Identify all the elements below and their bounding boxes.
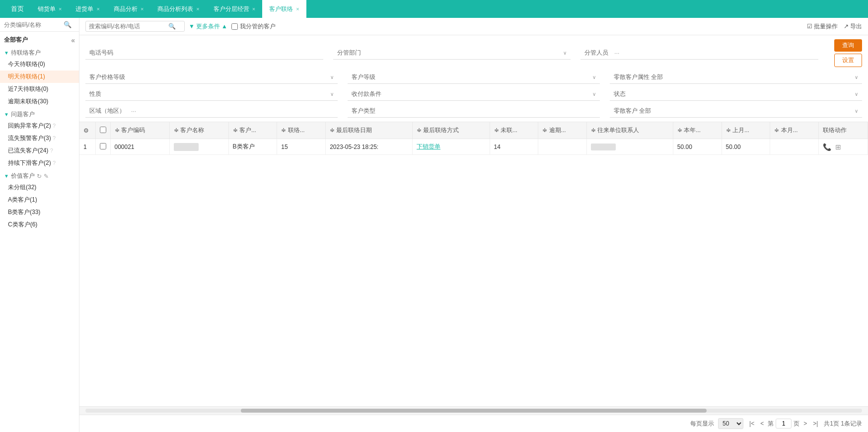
my-customers-checkbox[interactable] (231, 23, 238, 30)
sidebar-search-area: 🔍 (0, 18, 79, 32)
prev-page-btn[interactable]: < (758, 419, 766, 428)
nav-product-analysis[interactable]: 商品分析 × (107, 0, 150, 18)
sidebar-item-repurchase-abnormal[interactable]: 回购异常客户(2) ? (0, 120, 79, 132)
last-page-btn[interactable]: >| (811, 419, 820, 428)
qr-icon[interactable]: ⊞ (835, 143, 841, 151)
col-this-year[interactable]: ≑ 本年... (673, 122, 722, 139)
sidebar-item-churn-warning[interactable]: 流失预警客户(3) ? (0, 132, 79, 144)
row-num: 1 (79, 139, 95, 155)
col-name[interactable]: ≑ 客户名称 (169, 122, 228, 139)
row-contact-person (587, 139, 673, 155)
close-icon[interactable]: × (296, 6, 299, 12)
my-customers-checkbox-label[interactable]: 我分管的客户 (231, 22, 276, 31)
close-icon[interactable]: × (141, 6, 144, 12)
sidebar-item-class-c[interactable]: C类客户(6) (0, 218, 79, 231)
sidebar-item-class-a[interactable]: A类客户(1) (0, 194, 79, 206)
col-last-month[interactable]: ≑ 上月... (722, 122, 770, 139)
col-checkbox[interactable] (95, 122, 110, 139)
arrow-icon: ▼ (4, 173, 9, 179)
filter-nature[interactable]: 性质 ∨ (85, 88, 338, 101)
col-last-contact-date[interactable]: ≑ 最后联络日期 (326, 122, 413, 139)
filter-payment-terms[interactable]: 收付款条件 ∨ (348, 88, 600, 101)
col-settings[interactable]: ⚙ (79, 122, 95, 139)
chevron-down-icon: ∨ (330, 74, 334, 80)
sidebar-item-overdue-contact[interactable]: 逾期未联络(30) (0, 95, 79, 108)
sidebar-search-input[interactable] (4, 21, 64, 28)
col-customer-type[interactable]: ≑ 客户... (228, 122, 277, 139)
filter-status[interactable]: 状态 ∨ (610, 88, 862, 101)
table-container: ⚙ ≑ 客户编码 ≑ 客户名称 ≑ 客户... ≑ 联络... ≑ 最后联络日期… (79, 122, 868, 406)
checkbox-icon: ☑ (807, 23, 812, 30)
group-value-customers[interactable]: ▼ 价值客户 ↻ ✎ (0, 169, 79, 181)
col-this-month[interactable]: ≑ 本月... (770, 122, 819, 139)
filter-phone-input[interactable] (117, 50, 319, 57)
chevron-down-icon: ∨ (330, 91, 334, 97)
close-icon[interactable]: × (59, 6, 62, 12)
filter-price-level[interactable]: 客户价格等级 ∨ (85, 71, 338, 84)
ellipsis-icon[interactable]: ··· (614, 50, 619, 57)
table-scrollbar[interactable] (79, 406, 868, 415)
filter-panel: 电话号码 分管部门 ∨ 分管人员 ··· 查询 设置 (79, 35, 868, 122)
per-page-select[interactable]: 50 20 100 (718, 418, 743, 429)
col-contact-count[interactable]: ≑ 联络... (277, 122, 326, 139)
col-contact-person[interactable]: ≑ 往来单位联系人 (587, 122, 673, 139)
select-all-checkbox[interactable] (100, 127, 106, 133)
ellipsis-icon[interactable]: ··· (131, 108, 136, 115)
col-last-contact-method[interactable]: ≑ 最后联络方式 (413, 122, 490, 139)
filter-row-4: 区域（地区） ··· 客户类型 零散客户 全部 ∨ (85, 105, 862, 118)
group-problem-customers[interactable]: ▼ 问题客户 (0, 108, 79, 120)
search-icon[interactable]: 🔍 (168, 23, 176, 30)
search-icon[interactable]: 🔍 (64, 21, 72, 28)
edit-icon[interactable]: ✎ (44, 173, 49, 180)
chevron-down-icon: ∨ (592, 74, 596, 80)
nav-product-analysis-list[interactable]: 商品分析列表 × (150, 0, 206, 18)
col-overdue[interactable]: ≑ 逾期... (538, 122, 587, 139)
filter-customer-level[interactable]: 客户等级 ∨ (348, 71, 600, 84)
row-this-year: 50.00 (673, 139, 722, 155)
nav-customer-layering[interactable]: 客户分层经营 × (207, 0, 262, 18)
nav-sales-order[interactable]: 销货单 × (31, 0, 69, 18)
sidebar-item-7days-contact[interactable]: 近7天待联络(0) (0, 83, 79, 95)
main-search-input[interactable] (89, 23, 168, 30)
col-code[interactable]: ≑ 客户编码 (110, 122, 169, 139)
footer: 每页显示 50 20 100 |< < 第 页 > >| 共1页 1条记录 (79, 415, 868, 432)
batch-op-btn[interactable]: ☑ 批量操作 (807, 22, 838, 31)
collapse-icon[interactable]: « (71, 36, 75, 44)
row-un-contact: 14 (490, 139, 538, 155)
refresh-icon[interactable]: ↻ (37, 173, 42, 180)
row-checkbox[interactable] (100, 143, 106, 149)
first-page-btn[interactable]: |< (747, 419, 756, 428)
col-actions: 联络动作 (819, 122, 868, 139)
nav-home[interactable]: 首页 (4, 0, 31, 18)
col-un-contact[interactable]: ≑ 未联... (490, 122, 538, 139)
phone-icon[interactable]: 📞 (823, 143, 831, 151)
filter-dept[interactable]: 分管部门 ∨ (333, 47, 571, 60)
filter-scatter-attr[interactable]: 零散客户属性 全部 ∨ (610, 71, 862, 84)
nav-customer-contact[interactable]: 客户联络 × (262, 0, 306, 18)
next-page-btn[interactable]: > (801, 419, 809, 428)
filter-scatter-customer[interactable]: 零散客户 全部 ∨ (610, 105, 862, 118)
table-row: 1 000021 B类客户 15 2023-05-23 18:25: 下销货单 … (79, 139, 868, 155)
nav-purchase-order[interactable]: 进货单 × (69, 0, 106, 18)
sidebar-item-today-contact[interactable]: 今天待联络(0) (0, 58, 79, 71)
more-conditions-btn[interactable]: ▼ 更多条件 ▲ (189, 22, 227, 31)
row-checkbox-cell[interactable] (95, 139, 110, 155)
export-btn[interactable]: ↗ 导出 (844, 22, 862, 31)
sidebar-item-ungrouped[interactable]: 未分组(32) (0, 181, 79, 194)
close-icon[interactable]: × (252, 6, 255, 12)
sidebar-item-class-b[interactable]: B类客户(33) (0, 206, 79, 218)
filter-row-3: 性质 ∨ 收付款条件 ∨ 状态 ∨ (85, 88, 862, 101)
sidebar-item-tomorrow-contact[interactable]: 明天待联络(1) (0, 71, 79, 83)
close-icon[interactable]: × (96, 6, 99, 12)
scroll-thumb[interactable] (241, 409, 707, 413)
row-last-method[interactable]: 下销货单 (413, 139, 490, 155)
settings-button[interactable]: 设置 (834, 54, 862, 67)
sidebar-item-churned[interactable]: 已流失客户(24) ? (0, 144, 79, 157)
page-input[interactable] (776, 419, 792, 429)
sidebar-item-declining[interactable]: 持续下滑客户(2) ? (0, 157, 79, 169)
close-icon[interactable]: × (196, 6, 199, 12)
all-customers-header: 全部客户 « (0, 32, 79, 46)
filter-customer-type: 客户类型 (348, 105, 600, 118)
query-button[interactable]: 查询 (834, 39, 862, 52)
group-pending-contact[interactable]: ▼ 待联络客户 (0, 46, 79, 58)
